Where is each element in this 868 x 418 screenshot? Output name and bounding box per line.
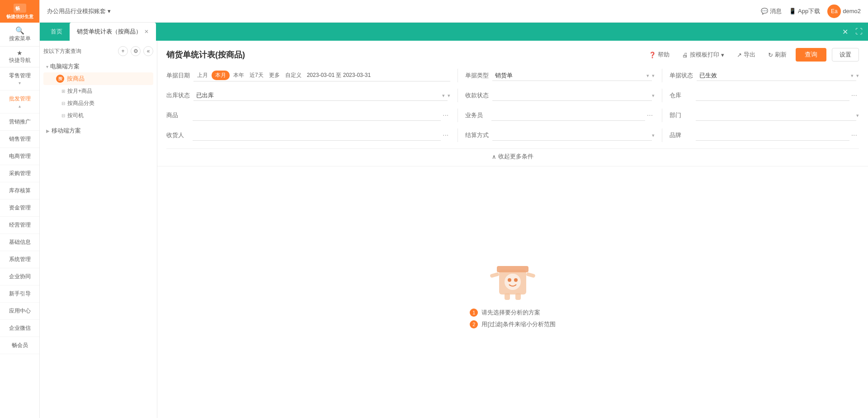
mobile-scheme-section[interactable]: ▶ 移动端方案	[43, 124, 153, 137]
dept-arrow[interactable]: ▾	[856, 113, 859, 119]
salesman-input[interactable]	[491, 110, 645, 121]
collapse-conditions-btn[interactable]: ∧ 收起更多条件	[166, 148, 859, 164]
filter-warehouse: 仓库 ···	[670, 90, 859, 101]
filter-divider-6	[662, 109, 662, 122]
svg-point-6	[514, 278, 518, 282]
svg-rect-7	[490, 272, 499, 278]
collect-status-arrow[interactable]: ▾	[652, 93, 655, 99]
goods-more-btn[interactable]: ···	[441, 111, 450, 119]
collect-status-input[interactable]	[492, 90, 652, 101]
svg-point-5	[508, 278, 511, 282]
header-industry: 办公用品行业模拟账套 ▾	[47, 7, 111, 15]
sidebar-item-marketing[interactable]: 营销推广	[0, 114, 39, 131]
add-scheme-btn[interactable]: +	[118, 46, 128, 56]
sidebar-item-retail[interactable]: 零售管理 ▾	[0, 67, 39, 90]
sidebar-item-system[interactable]: 系统管理	[0, 251, 39, 268]
out-status-input[interactable]	[193, 90, 448, 101]
chevron-icon: ▾	[19, 81, 21, 86]
filter-brand: 品牌 ···	[670, 130, 859, 141]
filter-doc-status: 单据状态 ▾	[670, 70, 859, 81]
query-btn[interactable]: 查询	[796, 48, 826, 62]
sidebar-item-wholesale[interactable]: 批发管理 ▴	[0, 90, 39, 114]
search-menu-btn[interactable]: 🔍 搜索菜单	[0, 23, 39, 47]
shortcut-more[interactable]: 更多	[267, 71, 282, 80]
warehouse-more-btn[interactable]: ···	[849, 91, 859, 100]
sidebar-item-wechat[interactable]: 企业微信	[0, 320, 39, 337]
page-content: 按以下方案查询 + ⚙ « ▾ 电脑端方案	[40, 41, 868, 418]
sidebar-item-member[interactable]: 畅会员	[0, 337, 39, 354]
message-btn[interactable]: 💬 消息	[761, 7, 782, 15]
app-download-btn[interactable]: 📱 App下载	[789, 7, 820, 15]
tab-close-icon[interactable]: ✕	[144, 28, 149, 35]
collapse-panel-btn[interactable]: «	[143, 46, 153, 56]
sidebar-item-operations[interactable]: 经营管理	[0, 217, 39, 234]
sidebar-item-sales[interactable]: 销售管理	[0, 131, 39, 148]
settle-input[interactable]	[492, 130, 652, 141]
sidebar-item-inventory[interactable]: 库存核算	[0, 182, 39, 200]
template-print-btn[interactable]: 🖨 按模板打印 ▾	[679, 49, 728, 61]
recipient-more-btn[interactable]: ···	[441, 131, 450, 139]
refresh-btn[interactable]: ↻ 刷新	[764, 49, 790, 61]
filter-divider-7	[458, 128, 458, 142]
doc-status-arrow[interactable]: ▾	[856, 73, 859, 79]
user-profile-btn[interactable]: Ea demo2	[827, 5, 861, 18]
shortcut-custom[interactable]: 自定义	[283, 71, 303, 80]
svg-point-4	[505, 274, 521, 290]
settle-arrow[interactable]: ▾	[652, 133, 655, 138]
category-icon: ⊟	[61, 101, 65, 106]
chevron-down-icon: ▾	[46, 64, 48, 69]
message-icon: 💬	[761, 8, 768, 14]
doc-type-input[interactable]	[492, 70, 652, 81]
brand-more-btn[interactable]: ···	[849, 131, 859, 139]
scheme-driver[interactable]: ⊟ 按司机	[43, 109, 153, 122]
doc-status-input[interactable]	[697, 70, 856, 81]
svg-rect-9	[505, 293, 510, 300]
export-icon: ↗	[737, 52, 742, 58]
page-title-row: 销货单统计表(按商品) ❓ 帮助 🖨 按模板打印 ▾ ↗	[166, 48, 859, 62]
sidebar-item-collab[interactable]: 企业协同	[0, 268, 39, 285]
sidebar-item-basic[interactable]: 基础信息	[0, 234, 39, 251]
pc-scheme-parent[interactable]: ▾ 电脑端方案	[43, 61, 153, 72]
print-icon: 🖨	[682, 52, 688, 58]
scheme-by-goods[interactable]: 按 按商品	[43, 72, 153, 85]
shortcut-this-month[interactable]: 本月	[212, 71, 230, 80]
export-btn[interactable]: ↗ 导出	[733, 49, 759, 61]
sidebar-item-newbie[interactable]: 新手引导	[0, 285, 39, 303]
page-actions: ❓ 帮助 🖨 按模板打印 ▾ ↗ 导出 ↻	[645, 48, 859, 62]
quick-nav-btn[interactable]: ★ 快捷导航	[0, 47, 39, 67]
dept-input[interactable]	[696, 110, 856, 121]
content-wrapper: 销货单统计表(按商品) ❓ 帮助 🖨 按模板打印 ▾ ↗	[157, 41, 868, 418]
salesman-more-btn[interactable]: ···	[645, 111, 655, 119]
settings-btn[interactable]: 设置	[832, 48, 859, 62]
shortcut-last-month[interactable]: 上月	[195, 71, 210, 80]
sidebar-item-finance[interactable]: 资金管理	[0, 200, 39, 217]
settings-scheme-btn[interactable]: ⚙	[131, 46, 141, 56]
collapse-arrow-icon: ∧	[492, 153, 496, 160]
gear-icon: ⚙	[133, 48, 138, 54]
sidebar-item-purchase[interactable]: 采购管理	[0, 165, 39, 182]
industry-dropdown[interactable]: 办公用品行业模拟账套 ▾	[47, 7, 111, 15]
scheme-month-goods[interactable]: ⊞ 按月+商品	[43, 85, 153, 97]
doc-type-arrow[interactable]: ▾	[652, 73, 655, 79]
warehouse-input[interactable]	[696, 90, 849, 101]
sidebar-item-appstore[interactable]: 应用中心	[0, 303, 39, 320]
shortcut-7days[interactable]: 近7天	[248, 71, 265, 80]
brand-input[interactable]	[696, 130, 849, 141]
sidebar-item-ecommerce[interactable]: 电商管理	[0, 148, 39, 165]
tab-sales-stat[interactable]: 销货单统计表（按商品） ✕	[70, 23, 156, 41]
help-btn[interactable]: ❓ 帮助	[645, 49, 673, 61]
filter-doc-type: 单据类型 ▾	[465, 70, 655, 81]
filter-divider	[458, 69, 458, 82]
out-status-arrow[interactable]: ▾	[448, 93, 450, 99]
download-icon: 📱	[789, 8, 796, 14]
filter-divider-5	[458, 109, 458, 122]
recipient-input[interactable]	[193, 130, 441, 141]
collapse-icon: «	[147, 48, 150, 54]
goods-input[interactable]	[193, 110, 441, 121]
date-range-control[interactable]: 上月 本月 本年 近7天 更多 自定义 2023-03-01 至 2023-03…	[193, 70, 450, 81]
tab-close-all-icon[interactable]: ✕	[840, 26, 850, 38]
shortcut-this-year[interactable]: 本年	[231, 71, 246, 80]
tab-home[interactable]: 首页	[43, 23, 70, 41]
scheme-goods-category[interactable]: ⊟ 按商品分类	[43, 97, 153, 109]
tab-expand-icon[interactable]: ⛶	[854, 26, 864, 38]
